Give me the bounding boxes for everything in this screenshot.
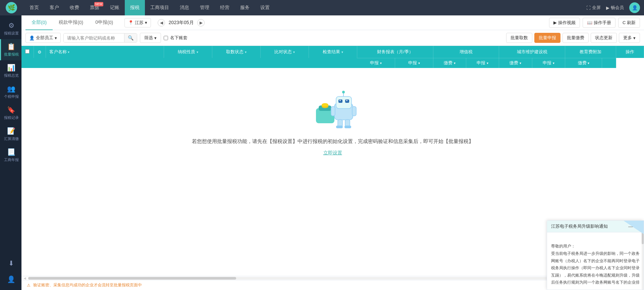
filter-icon-customer[interactable]: ▾ — [68, 50, 69, 54]
region-selector[interactable]: 📍 江苏 ▾ — [124, 18, 151, 27]
th-compare-status: 比对状态 ▾ — [261, 46, 309, 58]
batch-pay-btn[interactable]: 批量缴费 — [562, 33, 589, 43]
filter-btn[interactable]: 筛选 ▾ — [140, 33, 161, 43]
nav-menu: 首页 客户 收费 票据 NEW 记账 报税 工商项目 消息 管理 经营 — [24, 0, 586, 15]
sidebar-item-tax-settings[interactable]: ⚙ 报税设置 — [0, 18, 21, 39]
sidebar-item-settings[interactable]: 👤 — [0, 272, 21, 287]
filter-icon-compare[interactable]: ▾ — [293, 50, 295, 54]
nav-management[interactable]: 管理 — [195, 0, 215, 15]
member-icon: ▶ — [606, 5, 609, 10]
sidebar-item-download[interactable]: ⬇ — [0, 256, 21, 271]
table-header-row-1: ⚙ 客户名称 ▾ 纳税性质 ▾ 取数状态 — [21, 46, 644, 58]
th-fin-declare2: 申报 ▾ — [395, 58, 433, 68]
sidebar-item-tax-records[interactable]: 🔖 报税记录 — [0, 102, 21, 124]
svg-rect-14 — [352, 106, 356, 116]
th-vat-pay: 缴费 ▾ — [433, 58, 466, 68]
sidebar-item-settlement[interactable]: 📝 汇算清缴 — [0, 124, 21, 145]
filter-icon-vat-pay[interactable]: ▾ — [454, 61, 455, 65]
empty-state-row: 若您想使用批量报税功能，请先在【报税设置】中进行报税的初始化设置，完成密码验证和… — [21, 68, 644, 176]
th-edu-declare: 申报 ▾ — [532, 58, 565, 68]
sidebar-item-annual-report[interactable]: 📃 工商年报 — [0, 145, 21, 166]
column-settings-icon[interactable]: ⚙ — [38, 50, 42, 55]
nav-tickets[interactable]: 票据 NEW — [85, 0, 105, 15]
search-button[interactable]: 🔍 — [124, 33, 137, 42]
th-urban-tax: 城市维护建设税 — [499, 46, 565, 58]
fullscreen-btn[interactable]: ⛶ 全屏 — [586, 5, 601, 11]
search-input[interactable] — [64, 34, 124, 42]
staff-filter[interactable]: 👤 全部员工 ▾ — [25, 33, 61, 43]
th-fetch-status: 取数状态 ▾ — [212, 46, 261, 58]
nav-commerce[interactable]: 工商项目 — [145, 0, 174, 15]
tabs-right-actions: ▶ 操作视频 📖 操作手册 C 刷新 — [549, 18, 640, 28]
select-all-checkbox[interactable] — [25, 49, 30, 54]
warning-text: 验证账密、采集信息均成功的企业才会流转至批量报税页面中 — [33, 282, 142, 288]
prev-month-btn[interactable]: ◀ — [158, 19, 165, 26]
avatar[interactable]: 👤 — [629, 2, 640, 13]
data-table: ⚙ 客户名称 ▾ 纳税性质 ▾ 取数状态 — [21, 46, 644, 176]
filter-icon-edu-declare[interactable]: ▾ — [553, 61, 554, 65]
filter-icon-urban-declare[interactable]: ▾ — [487, 61, 488, 65]
nav-service[interactable]: 服务 — [235, 0, 255, 15]
th-operation: 操作 — [616, 46, 644, 58]
nav-operations[interactable]: 经营 — [215, 0, 235, 15]
svg-rect-17 — [336, 126, 343, 128]
filter-icon-fin-declare[interactable]: ▾ — [380, 61, 382, 65]
batch-fetch-btn[interactable]: 批量取数 — [506, 33, 532, 43]
setup-link[interactable]: 立即设置 — [323, 150, 342, 156]
table-header-row-2: 申报 ▾ 申报 ▾ 缴费 ▾ — [21, 58, 644, 68]
video-btn[interactable]: ▶ 操作视频 — [549, 18, 580, 28]
top-right-actions: ⛶ 全屏 ▶ 畅会员 👤 — [586, 2, 640, 13]
tax-records-icon: 🔖 — [7, 106, 15, 114]
sidebar-item-tax-overview[interactable]: 📊 报税总览 — [0, 60, 21, 81]
nav-bookkeeping[interactable]: 记账 — [105, 0, 125, 15]
tab-tax-declare[interactable]: 税款申报(0) — [53, 15, 89, 30]
svg-point-12 — [342, 91, 345, 93]
th-education-surcharge: 教育费附加 — [565, 46, 616, 58]
nav-customer[interactable]: 客户 — [44, 0, 64, 15]
checkbox-label[interactable]: 名下账套 — [164, 35, 187, 41]
filter-icon-tax-type[interactable]: ▾ — [197, 50, 198, 54]
nav-settings[interactable]: 设置 — [255, 0, 275, 15]
th-edu-pay: 缴费 ▾ — [565, 58, 602, 68]
table-body: 若您想使用批量报税功能，请先在【报税设置】中进行报税的初始化设置，完成密码验证和… — [21, 68, 644, 176]
member-btn[interactable]: ▶ 畅会员 — [606, 5, 624, 11]
filter-icon-vat-declare[interactable]: ▾ — [418, 61, 420, 65]
status-update-btn[interactable]: 状态更新 — [591, 33, 617, 43]
nav-messages[interactable]: 消息 — [174, 0, 195, 15]
logo[interactable]: 🌿 — [4, 0, 19, 15]
region-icon: 📍 — [128, 20, 133, 25]
notification-popup: 江苏电子税务局升级影响通知 — ✕ 尊敬的用户：受当前电子税务局进一步升级的影响… — [547, 220, 644, 290]
svg-rect-13 — [331, 106, 335, 116]
nav-tax[interactable]: 报税 — [125, 0, 145, 15]
th-fin-declare: 申报 ▾ — [357, 58, 395, 68]
th-customer-name: 客户名称 ▾ — [46, 46, 164, 58]
filter-icon-fetch[interactable]: ▾ — [245, 50, 247, 54]
sub-account-checkbox[interactable] — [164, 36, 168, 40]
settlement-icon: 📝 — [7, 127, 15, 135]
sidebar-bottom: ⬇ 👤 — [0, 256, 21, 290]
th-tax-type: 纳税性质 ▾ — [164, 46, 212, 58]
next-month-btn[interactable]: ▶ — [197, 19, 205, 26]
filter-icon-urban-pay[interactable]: ▾ — [520, 61, 521, 65]
nav-home[interactable]: 首页 — [24, 0, 44, 15]
nav-fees[interactable]: 收费 — [64, 0, 85, 15]
scrollbar-thumb[interactable] — [28, 277, 236, 280]
svg-point-4 — [322, 103, 328, 106]
sidebar-item-batch-tax[interactable]: 📋 批量报税 — [0, 39, 21, 60]
tab-zero-declare[interactable]: 0申报(0) — [89, 15, 119, 30]
new-badge: NEW — [94, 2, 103, 6]
sidebar: ⚙ 报税设置 📋 批量报税 📊 报税总览 👥 个税申报 🔖 报税记录 📝 汇算清… — [0, 15, 21, 290]
refresh-btn[interactable]: C 刷新 — [618, 18, 640, 28]
filter-icon-check[interactable]: ▾ — [341, 50, 343, 54]
video-icon: ▶ — [553, 20, 557, 25]
chevron-down-icon: ▾ — [145, 20, 147, 25]
filter-icon-edu-pay[interactable]: ▾ — [588, 61, 589, 65]
more-btn[interactable]: 更多 ▾ — [619, 33, 640, 43]
download-icon: ⬇ — [8, 259, 14, 267]
batch-declare-btn[interactable]: 批量申报 — [534, 33, 560, 43]
manual-btn[interactable]: 📖 操作手册 — [583, 18, 615, 28]
notification-title: 江苏电子税务局升级影响通知 — [551, 223, 608, 229]
tab-all[interactable]: 全部(0) — [25, 15, 53, 30]
sidebar-item-personal-tax[interactable]: 👥 个税申报 — [0, 81, 21, 102]
th-settings: ⚙ — [34, 46, 46, 58]
